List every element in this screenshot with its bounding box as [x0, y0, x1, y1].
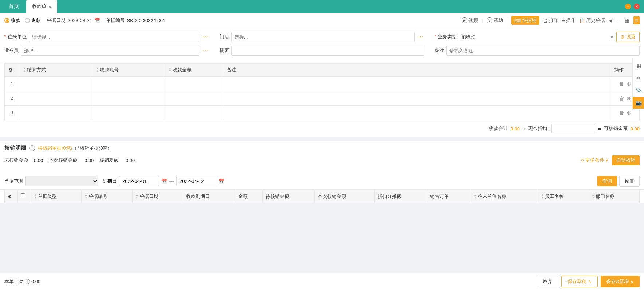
- settlement-sort-icon[interactable]: ▲▼: [23, 67, 26, 73]
- due-date-start-input[interactable]: [119, 176, 159, 186]
- doc-num-sort-icon[interactable]: ▲▼: [85, 193, 87, 199]
- business-type-dropdown-icon[interactable]: ▼: [609, 34, 614, 40]
- radio-refund[interactable]: 退款: [25, 17, 41, 24]
- right-panel-table-icon[interactable]: ▦: [633, 60, 644, 71]
- due-date-start-calendar-icon[interactable]: 📅: [161, 179, 167, 184]
- tab-close-icon[interactable]: ×: [48, 4, 51, 9]
- date-field: 单据日期 2023-03-24 📅: [47, 17, 100, 24]
- delete-icon-2[interactable]: 🗑: [619, 95, 624, 101]
- account-input-1[interactable]: [92, 77, 165, 91]
- staff-name-header: ▲▼ 员工名称: [538, 190, 589, 203]
- save-draft-button[interactable]: 保存草稿 ∧: [561, 276, 598, 287]
- amount-cell-2[interactable]: [165, 91, 223, 106]
- settlement-input-1[interactable]: [19, 77, 92, 91]
- staff-name-sort-icon[interactable]: ▲▼: [541, 193, 544, 199]
- note-input-3[interactable]: [223, 106, 610, 120]
- settlement-input-3[interactable]: [19, 106, 92, 120]
- hexiao-tab-pending[interactable]: 待核销单据(0笔): [38, 145, 72, 152]
- account-input-3[interactable]: [92, 106, 165, 120]
- delete-icon-1[interactable]: 🗑: [619, 81, 624, 87]
- print-button[interactable]: 🖨 打印: [543, 17, 558, 24]
- delete-icon-3[interactable]: 🗑: [619, 110, 624, 116]
- staff-more-icon[interactable]: ···: [201, 47, 209, 54]
- summary-input[interactable]: [231, 46, 425, 56]
- right-panel-email-icon[interactable]: ✉: [633, 72, 644, 84]
- toolbar: 收款 退款 单据日期 2023-03-24 📅 单据编号 SK-20230324…: [0, 13, 644, 28]
- filter-row: 单据范围 到期日 📅 — 📅 查询 设置: [0, 173, 644, 190]
- doc-date-sort-icon[interactable]: ▲▼: [136, 193, 138, 199]
- staff-input[interactable]: [21, 46, 199, 56]
- note-input-1[interactable]: [223, 77, 610, 91]
- operation-button[interactable]: ≡ 操作: [562, 17, 576, 24]
- more-conditions-button[interactable]: ▽ 更多条件 ∧: [581, 157, 609, 164]
- range-select[interactable]: [25, 176, 98, 186]
- amount-cell-3[interactable]: [165, 106, 223, 120]
- doc-type-sort-icon[interactable]: ▲▼: [34, 193, 37, 199]
- partner-input[interactable]: [29, 32, 200, 42]
- video-button[interactable]: ▶ 视频: [462, 17, 478, 24]
- keyboard-icon: ⌨: [514, 18, 521, 23]
- footer-info-icon[interactable]: i: [25, 279, 30, 284]
- settings-button[interactable]: ⚙ 设置: [616, 32, 640, 42]
- partner-name-sort-icon[interactable]: ▲▼: [474, 193, 477, 199]
- right-panel-attachment-icon[interactable]: 📎: [633, 85, 644, 96]
- due-date-end-calendar-icon[interactable]: 📅: [219, 179, 224, 184]
- account-cell-3[interactable]: [92, 106, 165, 120]
- calendar-icon[interactable]: 📅: [94, 18, 100, 23]
- close-button[interactable]: ×: [634, 4, 640, 9]
- minimize-button[interactable]: −: [625, 4, 631, 9]
- partner-more-icon[interactable]: ···: [201, 34, 209, 40]
- amount-input-3[interactable]: [165, 106, 223, 120]
- hexiao-info-icon[interactable]: i: [29, 145, 35, 151]
- discount-input[interactable]: [551, 124, 595, 133]
- settlement-cell-3[interactable]: [19, 106, 92, 120]
- amount-sort-icon[interactable]: ▲▼: [169, 67, 172, 73]
- account-cell-2[interactable]: [92, 91, 165, 106]
- account-header: ▲▼ 收款账号: [92, 64, 165, 77]
- history-button[interactable]: 📋 历史单据: [579, 17, 605, 24]
- abandon-button[interactable]: 放弃: [537, 276, 558, 287]
- nav-list-icon[interactable]: ≡: [633, 16, 640, 24]
- note-input-2[interactable]: [223, 91, 610, 105]
- account-sort-icon[interactable]: ▲▼: [96, 67, 99, 73]
- store-input[interactable]: [231, 32, 415, 42]
- account-cell-1[interactable]: [92, 77, 165, 91]
- due-date-end-input[interactable]: [176, 176, 216, 186]
- nav-arrow-left[interactable]: ◀: [609, 18, 612, 23]
- bottom-table-checkbox-header[interactable]: [18, 190, 31, 203]
- select-all-checkbox[interactable]: [21, 193, 25, 198]
- note-cell-2[interactable]: [223, 91, 610, 106]
- copy-icon-1[interactable]: ⊕: [627, 81, 631, 87]
- filter-settings-button[interactable]: 设置: [619, 176, 640, 187]
- plus-sign: +: [523, 126, 526, 132]
- amount-cell-1[interactable]: [165, 77, 223, 91]
- table-settings-icon: ⚙: [8, 67, 13, 73]
- copy-icon-2[interactable]: ⊕: [627, 95, 631, 101]
- note-input[interactable]: [446, 46, 640, 56]
- tab-home[interactable]: 首页: [3, 0, 25, 13]
- settlement-cell-2[interactable]: [19, 91, 92, 106]
- table-settings-header[interactable]: ⚙: [5, 64, 19, 77]
- settlement-input-2[interactable]: [19, 91, 92, 105]
- tab-active[interactable]: 收款单 ×: [26, 0, 57, 13]
- note-cell-3[interactable]: [223, 106, 610, 120]
- help-button[interactable]: ? 帮助: [487, 17, 503, 24]
- store-more-icon[interactable]: ···: [417, 34, 424, 40]
- amount-input-1[interactable]: [165, 77, 223, 91]
- radio-receipt[interactable]: 收款: [4, 17, 20, 24]
- nav-grid-icon[interactable]: ▦: [624, 17, 630, 24]
- form-row-2: 业务员 ··· 摘要 备注: [4, 46, 640, 56]
- shortcut-button[interactable]: ⌨ 快捷键: [511, 16, 539, 25]
- right-panel-camera-icon[interactable]: 📷: [633, 97, 644, 109]
- save-new-button[interactable]: 保存&新增 ∧: [601, 276, 640, 287]
- copy-icon-3[interactable]: ⊕: [627, 110, 631, 116]
- query-button[interactable]: 查询: [597, 176, 617, 186]
- dept-name-sort-icon[interactable]: ▲▼: [592, 193, 595, 199]
- amount-input-2[interactable]: [165, 91, 223, 105]
- settlement-cell-1[interactable]: [19, 77, 92, 91]
- account-input-2[interactable]: [92, 91, 165, 105]
- note-cell-1[interactable]: [223, 77, 610, 91]
- bottom-table-settings-header[interactable]: ⚙: [5, 190, 18, 203]
- auto-hexiao-button[interactable]: 自动核销: [612, 155, 640, 165]
- hexiao-tab-done[interactable]: 已核销单据(0笔): [75, 145, 109, 152]
